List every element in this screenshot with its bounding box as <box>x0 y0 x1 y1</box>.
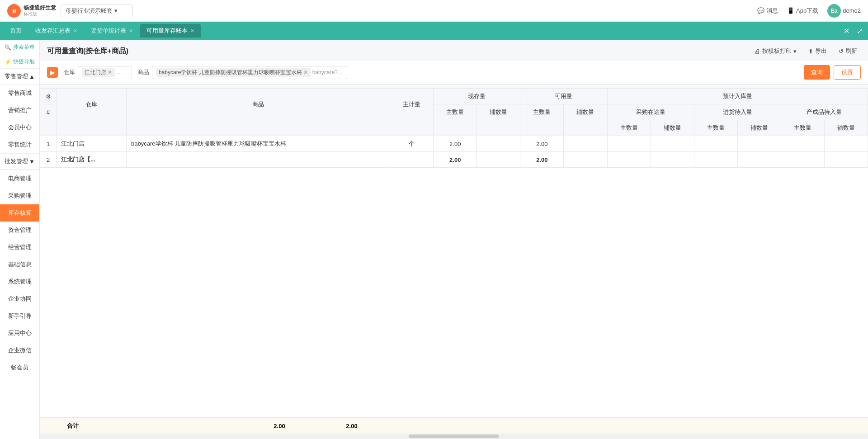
th-forecast: 预计入库量 <box>607 89 868 104</box>
sidebar-label: 企业协同 <box>8 295 32 303</box>
th-index: # <box>40 104 57 120</box>
sidebar-label: 企业微信 <box>8 346 32 354</box>
cell-unit: 个 <box>390 136 434 152</box>
tab-home-label: 首页 <box>10 27 22 35</box>
close-icon[interactable]: ✕ <box>129 28 133 34</box>
th-current-aux: 辅数量 <box>477 104 520 120</box>
settings-button[interactable]: 设置 <box>834 65 861 80</box>
close-icon[interactable]: ✕ <box>73 28 77 34</box>
sidebar-item-purchase[interactable]: 采购管理 <box>0 187 39 204</box>
close-icon[interactable]: ✕ <box>190 28 194 34</box>
refresh-button[interactable]: ↺ 刷新 <box>835 45 861 57</box>
sidebar-item-finance[interactable]: 资金管理 <box>0 222 39 239</box>
export-button[interactable]: ⬆ 导出 <box>805 45 830 57</box>
cell-available-aux <box>564 152 607 168</box>
sidebar-group-wholesale: 批发管理 ▼ <box>0 154 39 170</box>
sidebar-item-wholesale[interactable]: 批发管理 ▼ <box>0 154 39 170</box>
sidebar-item-app-center[interactable]: 应用中心 <box>0 325 39 342</box>
th-purchase-in-transit: 采购在途量 <box>607 104 694 120</box>
th-production: 产成品待入量 <box>781 104 868 120</box>
product-tag-1: babycare学饮杯 儿童防摔防撞吸管杯重力球吸嘴杯宝宝水杯 ✕ <box>156 68 311 77</box>
sidebar-label: 新手引导 <box>8 312 32 320</box>
logo-line2: 标准版 <box>24 11 56 17</box>
refresh-label: 刷新 <box>845 47 857 55</box>
cell-production-aux <box>824 136 868 152</box>
sidebar-item-ecommerce[interactable]: 电商管理 <box>0 170 39 187</box>
sidebar-label: 会员中心 <box>8 123 32 132</box>
cell-warehouse: 江北门店 <box>57 136 127 152</box>
nav-icon: ⚡ <box>5 59 11 65</box>
cell-current-aux <box>477 136 520 152</box>
th-available: 可用量 <box>520 89 607 104</box>
product-tag-1-remove[interactable]: ✕ <box>303 69 308 76</box>
sidebar-label: 电商管理 <box>8 175 32 183</box>
query-button[interactable]: 查询 <box>804 65 830 80</box>
product-tag-1-value: babycare学饮杯 儿童防摔防撞吸管杯重力球吸嘴杯宝宝水杯 <box>159 69 302 76</box>
cell-purchase-aux <box>651 152 694 168</box>
table-total-row: 合计 2.00 2.00 <box>40 417 868 434</box>
sidebar-item-marketing[interactable]: 营销推广 <box>0 102 39 119</box>
sidebar-item-operations[interactable]: 经营管理 <box>0 239 39 256</box>
print-button[interactable]: 🖨 按模板打印 ▾ <box>751 45 800 57</box>
total-label: 合计 <box>62 422 108 430</box>
sidebar-label: 采购管理 <box>8 192 32 200</box>
sidebar-item-retail-mall[interactable]: 零售商城 <box>0 85 39 102</box>
sidebar-search[interactable]: 🔍 搜索菜单 <box>0 40 39 55</box>
sidebar-item-zero-retail[interactable]: 零售管理 ▲ <box>0 69 39 85</box>
filter-actions: 查询 设置 <box>804 65 861 80</box>
sidebar-item-system[interactable]: 系统管理 <box>0 273 39 290</box>
message-button[interactable]: 💬 消息 <box>757 7 778 15</box>
quick-nav-label: 快捷导航 <box>13 58 35 66</box>
app-download-button[interactable]: 📱 App下载 <box>787 7 818 15</box>
tab-income-expense[interactable]: 收发存汇总表 ✕ <box>29 24 84 38</box>
header-right: 💬 消息 📱 App下载 Ea demo2 <box>757 4 861 18</box>
table-row: 1 江北门店 babycare学饮杯 儿童防摔防撞吸管杯重力球吸嘴杯宝宝水杯 个… <box>40 136 868 152</box>
cell-purchase-aux <box>651 136 694 152</box>
sidebar-item-member[interactable]: 会员中心 <box>0 119 39 136</box>
total-available-main: 2.00 <box>334 423 370 430</box>
sidebar-quick-nav[interactable]: ⚡ 快捷导航 <box>0 55 39 69</box>
close-window-icon[interactable]: ✕ <box>842 25 851 37</box>
sidebar-item-retail-stats[interactable]: 零售统计 <box>0 136 39 153</box>
sidebar-label: 系统管理 <box>8 278 32 286</box>
chevron-icon: ▲ <box>29 73 35 80</box>
cell-purchase-main <box>607 136 651 152</box>
tab-available-inventory[interactable]: 可用量库存账本 ✕ <box>140 24 201 38</box>
sidebar-label: 零售管理 <box>5 72 28 80</box>
th-empty7 <box>520 120 564 136</box>
filter-expand-button[interactable]: ▶ <box>47 67 58 78</box>
horizontal-scrollbar[interactable] <box>40 434 868 439</box>
th-purchase-main: 主数量 <box>607 120 651 136</box>
scrollbar-thumb[interactable] <box>409 434 499 438</box>
th-production-main: 主数量 <box>781 120 824 136</box>
product-filter-input[interactable]: babycare学饮杯 儿童防摔防撞吸管杯重力球吸嘴杯宝宝水杯 ✕ babyca… <box>152 66 347 79</box>
cell-available-aux <box>564 136 607 152</box>
tab-order-stats[interactable]: 要货单统计表 ✕ <box>85 24 139 38</box>
top-header: 财 畅捷通好生意 标准版 母婴行业演示账套 ▾ 💬 消息 📱 App下载 Ea … <box>0 0 868 22</box>
filter-bar: ▶ 仓库 江北门店 ✕ … 商品 babycare学饮杯 儿童防摔防撞吸管杯重力… <box>40 61 868 85</box>
user-avatar-area[interactable]: Ea demo2 <box>827 4 861 18</box>
sidebar: 🔍 搜索菜单 ⚡ 快捷导航 零售管理 ▲ 零售商城 营销推广 会员中心 零售统计 <box>0 40 40 439</box>
logo-icon: 财 <box>7 4 21 18</box>
warehouse-filter-input[interactable]: 江北门店 ✕ … <box>78 66 132 79</box>
maximize-icon[interactable]: ⤢ <box>855 25 864 37</box>
sidebar-item-enterprise-wechat[interactable]: 企业微信 <box>0 342 39 359</box>
sidebar-item-basic-info[interactable]: 基础信息 <box>0 256 39 273</box>
product-filter: 商品 babycare学饮杯 儿童防摔防撞吸管杯重力球吸嘴杯宝宝水杯 ✕ bab… <box>137 66 347 79</box>
warehouse-more[interactable]: … <box>117 69 122 76</box>
th-settings[interactable]: ⚙ <box>40 89 57 104</box>
sidebar-item-inventory[interactable]: 库存核算 <box>0 204 39 222</box>
svg-text:财: 财 <box>12 9 17 14</box>
th-empty4 <box>390 120 434 136</box>
warehouse-tag-remove[interactable]: ✕ <box>108 69 112 76</box>
warehouse-tag-value: 江北门店 <box>85 69 106 76</box>
sidebar-item-enterprise[interactable]: 企业协同 <box>0 290 39 307</box>
tab-home[interactable]: 首页 <box>4 24 28 38</box>
sidebar-item-vip-member[interactable]: 畅会员 <box>0 359 39 376</box>
industry-selector[interactable]: 母婴行业演示账套 ▾ <box>61 5 133 17</box>
print-label: 按模板打印 <box>762 47 792 55</box>
chevron-down-icon: ▾ <box>793 48 797 55</box>
cell-available-main: 2.00 <box>520 152 564 168</box>
sidebar-item-guide[interactable]: 新手引导 <box>0 307 39 325</box>
message-label: 消息 <box>766 7 778 15</box>
